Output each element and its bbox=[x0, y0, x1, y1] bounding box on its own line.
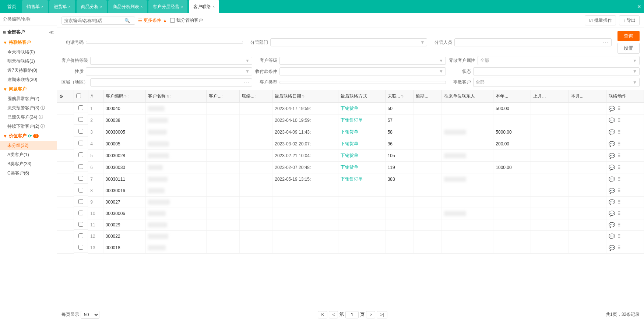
last-method-link[interactable]: 下销售订单 bbox=[341, 176, 363, 181]
col-name[interactable]: 客户名称 ⇅ : bbox=[145, 90, 207, 103]
more-action-icon[interactable]: ⠿ bbox=[617, 222, 621, 228]
col-checkbox[interactable] bbox=[74, 90, 88, 103]
row-check[interactable] bbox=[74, 114, 88, 125]
tab-sales[interactable]: 销售单 × bbox=[22, 0, 48, 13]
sidebar-group-problem[interactable]: ▼ 问题客户 bbox=[0, 84, 57, 94]
my-customers-check[interactable] bbox=[170, 18, 175, 23]
col-this-year[interactable]: 本年... bbox=[493, 90, 531, 103]
payment-input[interactable]: ▼ bbox=[279, 67, 446, 75]
row-last-method[interactable] bbox=[338, 197, 385, 208]
contact-icon[interactable]: 💬 bbox=[609, 222, 615, 228]
sidebar-item-7day-pending[interactable]: 近7天待联络(0) bbox=[0, 66, 57, 75]
row-checkbox[interactable] bbox=[78, 152, 83, 157]
last-method-link[interactable]: 下销货单 bbox=[341, 129, 358, 134]
main-search-icon[interactable]: 🔍 bbox=[124, 18, 130, 23]
last-method-link[interactable]: 下销货单 bbox=[341, 153, 358, 158]
retail-attr-input[interactable]: 全部 ▼ bbox=[478, 56, 640, 65]
more-action-icon[interactable]: ⠿ bbox=[617, 153, 621, 159]
row-check[interactable] bbox=[74, 208, 88, 218]
contact-icon[interactable]: 💬 bbox=[609, 129, 615, 135]
row-last-method[interactable]: 下销货单 bbox=[338, 103, 385, 114]
row-check[interactable] bbox=[74, 138, 88, 148]
contact-icon[interactable]: 💬 bbox=[609, 211, 615, 216]
batch-ops-button[interactable]: ☑ 批量操作 bbox=[585, 15, 616, 25]
reset-button[interactable]: 设置 bbox=[617, 43, 640, 54]
col-last-date[interactable]: 最后联络日期 ⇅ bbox=[272, 90, 338, 103]
contact-icon[interactable]: 💬 bbox=[609, 199, 615, 205]
more-action-icon[interactable]: ⠿ bbox=[617, 117, 621, 123]
last-method-link[interactable]: 下销货单 bbox=[341, 141, 358, 146]
more-action-icon[interactable]: ⠿ bbox=[617, 211, 621, 216]
sidebar-search-input[interactable] bbox=[3, 17, 57, 22]
sidebar-all-customers[interactable]: ⊞ 全部客户 ≪ bbox=[0, 27, 57, 38]
retail-customer-input[interactable]: 全部 ▼ bbox=[473, 78, 640, 87]
main-search-input[interactable] bbox=[64, 18, 123, 23]
row-checkbox[interactable] bbox=[78, 199, 83, 204]
row-last-method[interactable]: 下销售订单 bbox=[338, 173, 385, 185]
col-overdue[interactable]: 逾期... bbox=[414, 90, 442, 103]
row-checkbox[interactable] bbox=[78, 188, 83, 193]
customer-type-input[interactable] bbox=[279, 81, 446, 84]
more-action-icon[interactable]: ⠿ bbox=[617, 199, 621, 205]
contact-icon[interactable]: 💬 bbox=[609, 153, 615, 159]
row-check[interactable] bbox=[74, 185, 88, 195]
contact-icon[interactable]: 💬 bbox=[609, 245, 615, 251]
sidebar-item-today-pending[interactable]: 今天待联络(0) bbox=[0, 47, 57, 57]
tab-sales-close[interactable]: × bbox=[41, 5, 43, 9]
more-action-icon[interactable]: ⠿ bbox=[617, 165, 621, 170]
refresh-value-icon[interactable]: ⟳ bbox=[28, 134, 32, 139]
sidebar-item-class-b[interactable]: B类客户(33) bbox=[0, 159, 57, 169]
sidebar-group-value[interactable]: ▼ 价值客户 ⟳ 1 bbox=[0, 131, 57, 141]
row-checkbox[interactable] bbox=[78, 105, 83, 110]
row-last-method[interactable]: 下销货单 bbox=[338, 126, 385, 138]
region-input[interactable]: ··· bbox=[90, 78, 252, 87]
row-checkbox[interactable] bbox=[78, 164, 83, 169]
sidebar-item-lost[interactable]: 已流失客户(24) ⓘ bbox=[0, 113, 57, 122]
last-method-link[interactable]: 下销售订单 bbox=[341, 117, 363, 123]
prev-page-button[interactable]: < bbox=[329, 311, 338, 318]
tab-home[interactable]: 首页 bbox=[3, 0, 21, 13]
more-action-icon[interactable]: ⠿ bbox=[617, 188, 621, 194]
close-all-tabs-button[interactable]: × bbox=[637, 3, 641, 11]
next-page-button[interactable]: > bbox=[366, 311, 375, 318]
row-check[interactable] bbox=[74, 197, 88, 207]
tab-analysis[interactable]: 商品分析 × bbox=[77, 0, 107, 13]
tab-analysis-list-close[interactable]: × bbox=[141, 5, 143, 9]
sidebar-group-pending[interactable]: ▼ 待联络客户 bbox=[0, 38, 57, 47]
tab-purchase-close[interactable]: × bbox=[68, 5, 71, 9]
tab-customer-contact[interactable]: 客户联络 × bbox=[189, 0, 219, 13]
customer-level-input[interactable]: ▼ bbox=[279, 57, 446, 65]
tab-analysis-list[interactable]: 商品分析列表 × bbox=[108, 0, 147, 13]
contact-icon[interactable]: 💬 bbox=[609, 188, 615, 194]
row-checkbox[interactable] bbox=[78, 245, 83, 250]
tab-customer-segment-close[interactable]: × bbox=[181, 5, 183, 9]
query-button[interactable]: 查询 bbox=[617, 31, 640, 41]
row-check[interactable] bbox=[74, 231, 88, 241]
sidebar-item-class-c[interactable]: C类客户(6) bbox=[0, 169, 57, 178]
col-last-method[interactable]: 最后联络方式 bbox=[338, 90, 385, 103]
dept-input[interactable]: ▼ bbox=[270, 38, 427, 46]
more-conditions-button[interactable]: ☷ 更多条件 ▲ bbox=[138, 17, 167, 24]
row-check[interactable] bbox=[74, 103, 88, 113]
last-page-button[interactable]: >| bbox=[377, 311, 387, 318]
nature-input[interactable]: ▼ bbox=[86, 67, 252, 75]
first-page-button[interactable]: K bbox=[318, 311, 327, 318]
row-last-method[interactable]: 下销货单 bbox=[338, 150, 385, 162]
contact-icon[interactable]: 💬 bbox=[609, 141, 615, 147]
tab-analysis-close[interactable]: × bbox=[100, 5, 102, 9]
sidebar-item-loss-warning[interactable]: 流失预警客户(3) ⓘ bbox=[0, 103, 57, 113]
more-action-icon[interactable]: ⠿ bbox=[617, 245, 621, 251]
tab-customer-segment[interactable]: 客户分层经营 × bbox=[148, 0, 187, 13]
contact-icon[interactable]: 💬 bbox=[609, 117, 615, 123]
row-checkbox[interactable] bbox=[78, 222, 83, 227]
col-this-month[interactable]: 本月... bbox=[569, 90, 606, 103]
col-type[interactable]: 客户... : bbox=[207, 90, 239, 103]
manager-input[interactable]: ··· bbox=[454, 38, 612, 46]
sidebar-item-tomorrow-pending[interactable]: 明天待联络(1) bbox=[0, 57, 57, 66]
row-checkbox[interactable] bbox=[78, 233, 83, 238]
contact-icon[interactable]: 💬 bbox=[609, 165, 615, 170]
row-checkbox[interactable] bbox=[78, 129, 83, 134]
col-no-contact[interactable]: 未联... ⇅ bbox=[385, 90, 414, 103]
sidebar-collapse-button[interactable]: ≪ bbox=[49, 30, 54, 35]
row-checkbox[interactable] bbox=[78, 141, 83, 145]
